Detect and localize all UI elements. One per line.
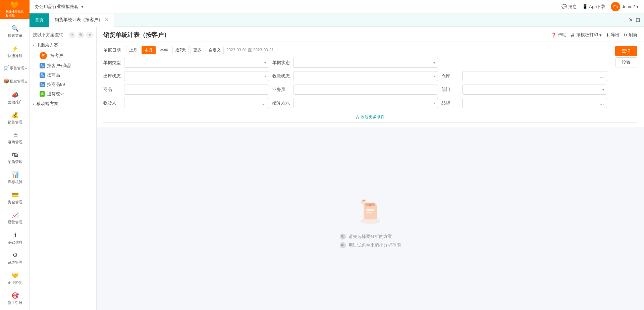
user-menu[interactable]: Ea demo2 ▾ — [611, 2, 639, 11]
empty-state: ① 请先选择要分析的方案 ② 用过滤条件来缩小分析范围 — [97, 127, 644, 310]
date-btn-more[interactable]: 更多 — [190, 46, 204, 54]
window-maximize-icon[interactable]: ⊡ — [636, 17, 640, 23]
tree-item-mobile[interactable]: ▸ 移动端方案 — [30, 99, 96, 109]
topbar-dropdown-icon[interactable]: ▾ — [81, 4, 84, 9]
tab-home[interactable]: 首页 — [30, 13, 49, 27]
sidebar-item-quick-nav[interactable]: ⚡ 快捷导航 — [0, 42, 29, 62]
sidebar-item-app-center[interactable]: 🔲 应用中心 — [0, 309, 29, 310]
tree-item-desktop[interactable]: ▾ 电脑端方案 — [30, 40, 96, 50]
sidebar-item-basic-label: 基础信息 — [8, 240, 22, 245]
by-product-99-icon: 品 — [40, 82, 45, 87]
refresh-icon: ↻ — [624, 33, 627, 38]
window-close-icon[interactable]: ✕ — [629, 17, 633, 23]
svg-rect-5 — [366, 212, 372, 213]
action-buttons: 查询 设置 — [611, 46, 637, 67]
tree-sub-item-return-stats[interactable]: 退 退货统计 — [30, 89, 96, 99]
sidebar-item-inventory[interactable]: 📊 库存核算 — [0, 168, 29, 188]
sidebar-item-finance[interactable]: 💳 资金管理 — [0, 188, 29, 208]
message-button[interactable]: 💬 消息 — [561, 4, 577, 10]
sidebar-item-newbie[interactable]: 🎯 新手引导 — [0, 289, 29, 309]
tree-sub-item-by-product[interactable]: 品 按商品 — [30, 70, 96, 80]
bill-state-label: 单据状态 — [272, 60, 291, 66]
export-icon: ⬇ — [606, 33, 609, 38]
bill-type-select[interactable]: ▾ — [124, 58, 269, 68]
department-label: 部门 — [441, 87, 460, 93]
print-icon: 🖨 — [571, 33, 575, 38]
collapse-button[interactable]: ⋀ 收起更多条件 — [103, 111, 637, 123]
settlement-select[interactable]: ▾ — [293, 98, 438, 108]
app-download-button[interactable]: 📱 App下载 — [582, 4, 605, 10]
sales-icon: 💰 — [11, 111, 19, 119]
export-button[interactable]: ⬇ 导出 — [606, 32, 620, 38]
payment-state-select[interactable]: ▾ — [293, 71, 438, 81]
filter-area: 单据日期 上月 本月 本年 近7天 更多 自定义 2023-03-01 至 20… — [97, 42, 644, 127]
product-input[interactable]: … — [124, 85, 269, 95]
sidebar-item-sales[interactable]: 💰 销售管理 — [0, 108, 29, 128]
edit-scheme-button[interactable]: ✎ — [77, 32, 84, 38]
collapse-panel-button[interactable]: « — [86, 32, 93, 38]
payment-state-chevron: ▾ — [433, 74, 435, 78]
template-print-button[interactable]: 🖨 按模板打印 ▾ — [571, 32, 602, 38]
salesperson-input[interactable]: … — [293, 85, 438, 95]
sidebar: 🧡 畅捷通好生意 标准版 🔍 搜索菜单 ⚡ 快捷导航 🛒 零售管理 ▾ 📦 批发… — [0, 0, 30, 310]
main-content: 办公用品行业模拟账套 ▾ 💬 消息 📱 App下载 Ea demo2 ▾ 首页 … — [30, 0, 644, 310]
warehouse-filter: 仓库 … — [441, 71, 607, 81]
refresh-button[interactable]: ↻ 刷新 — [624, 32, 637, 38]
brand-input[interactable]: … — [462, 98, 607, 108]
system-icon: ⚙ — [12, 252, 18, 259]
date-btn-this-month[interactable]: 本月 — [142, 46, 156, 54]
tab-close-icon[interactable]: ✕ — [105, 17, 109, 22]
export-label: 导出 — [611, 32, 620, 38]
operations-icon: 📈 — [11, 211, 19, 219]
tree-sub-item-by-customer-product[interactable]: 品 按客户+商品 — [30, 61, 96, 70]
department-filter: 部门 ▾ — [441, 85, 607, 95]
help-label: 帮助 — [558, 32, 567, 38]
sidebar-item-purchase[interactable]: 🛍 采购管理 — [0, 148, 29, 168]
panel-title: 按以下方案查询 + ✎ « — [30, 30, 96, 40]
sidebar-item-system[interactable]: ⚙ 系统管理 — [0, 248, 29, 268]
out-state-chevron: ▾ — [264, 74, 266, 78]
sidebar-item-retail[interactable]: 🛒 零售管理 ▾ — [0, 62, 29, 75]
receiver-label: 收货人 — [103, 100, 122, 106]
department-select[interactable]: ▾ — [462, 85, 607, 95]
receiver-input[interactable]: … — [124, 98, 269, 108]
sidebar-item-operations[interactable]: 📈 经营管理 — [0, 208, 29, 228]
wholesale-chevron: ▴ — [25, 80, 27, 83]
date-btn-last-month[interactable]: 上月 — [126, 46, 140, 54]
brand-filter: 品牌 … — [441, 98, 607, 108]
out-state-filter: 出库状态 ▾ — [103, 71, 269, 81]
sidebar-item-enterprise[interactable]: 🤝 企业协同 — [0, 268, 29, 289]
settlement-label: 结算方式 — [272, 100, 291, 106]
tree-sub-item-by-product-99[interactable]: 品 按商品99 — [30, 80, 96, 89]
message-icon: 💬 — [561, 4, 567, 9]
query-button[interactable]: 查询 — [615, 46, 637, 56]
tree-item-desktop-label: 电脑端方案 — [37, 42, 58, 48]
settings-button[interactable]: 设置 — [615, 57, 637, 67]
date-btn-this-year[interactable]: 本年 — [157, 46, 171, 54]
bill-state-chevron: ▾ — [433, 61, 435, 65]
sidebar-item-marketing[interactable]: 📣 营销推广 — [0, 88, 29, 108]
refresh-label: 刷新 — [629, 32, 637, 38]
sidebar-item-retail-label: 零售管理 — [10, 66, 24, 71]
logo: 🧡 畅捷通好生意 标准版 — [0, 0, 30, 19]
help-button[interactable]: ❓ 帮助 — [551, 32, 567, 38]
avatar: Ea — [611, 2, 620, 11]
right-panel: 销货单统计表（按客户） ❓ 帮助 🖨 按模板打印 ▾ ⬇ 导出 — [97, 27, 644, 310]
sidebar-item-basic[interactable]: ℹ 基础信息 — [0, 228, 29, 248]
date-btn-last-7[interactable]: 近7天 — [172, 46, 189, 54]
tab-sales-stats[interactable]: 销货单统计表（按客户） ✕ — [49, 13, 114, 27]
add-scheme-button[interactable]: + — [69, 32, 75, 38]
out-state-select[interactable]: ▾ — [124, 71, 269, 81]
bill-state-select[interactable]: ▾ — [293, 58, 438, 68]
collapse-text: 收起更多条件 — [361, 114, 385, 120]
sidebar-item-wholesale[interactable]: 📦 批发管理 ▴ — [0, 75, 29, 88]
tree-sub-item-by-customer[interactable]: 客 按客户 — [30, 50, 96, 61]
sidebar-menu: 🔍 搜索菜单 ⚡ 快捷导航 🛒 零售管理 ▾ 📦 批发管理 ▴ 📣 营销推广 💰… — [0, 19, 29, 310]
sidebar-item-ecommerce[interactable]: 🖥 电商管理 — [0, 128, 29, 148]
date-btn-custom[interactable]: 自定义 — [206, 46, 224, 54]
sidebar-item-search[interactable]: 🔍 搜索菜单 — [0, 21, 29, 42]
receiver-ellipsis: … — [261, 100, 266, 106]
template-print-label: 按模板打印 — [576, 32, 598, 38]
username: demo2 — [622, 4, 635, 9]
warehouse-select[interactable]: … — [462, 71, 607, 81]
